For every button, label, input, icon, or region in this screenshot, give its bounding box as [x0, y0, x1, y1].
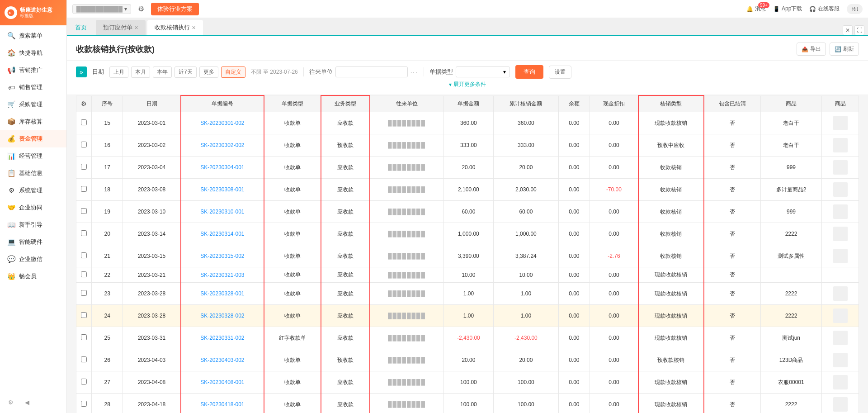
sidebar-item-purchase[interactable]: 🛒 采购管理	[0, 96, 66, 113]
expand-conditions-btn[interactable]: ▾ 展开更多条件	[449, 81, 486, 88]
row-bill-no[interactable]: SK-20230403-002	[181, 349, 264, 371]
row-checkbox[interactable]	[76, 179, 92, 201]
row-bill-type: 收款单	[264, 201, 321, 223]
settings-bottom-icon[interactable]: ⚙	[5, 396, 17, 408]
table-row[interactable]: 17 2023-03-04 SK-20230304-001 收款单 应收款 ██…	[76, 157, 859, 179]
sidebar-item-operation[interactable]: 📊 经营管理	[0, 147, 66, 165]
tab-payable[interactable]: 预订应付单 ✕	[96, 20, 146, 35]
row-balance: 0.00	[558, 157, 590, 179]
refresh-btn[interactable]: 🔄 刷新	[830, 43, 859, 56]
tab-payable-close[interactable]: ✕	[134, 25, 138, 31]
row-checkbox[interactable]	[76, 394, 92, 413]
table-row[interactable]: 27 2023-04-08 SK-20230408-001 收款单 应收款 ██…	[76, 371, 859, 394]
date-more[interactable]: 更多	[199, 66, 218, 78]
row-checkbox[interactable]	[76, 327, 92, 349]
user-avatar[interactable]: Rit	[847, 4, 863, 14]
table-container[interactable]: ⚙ 序号 日期 单据编号 单据类型 业务类型 往来单位 单据金额 累计核销金额 …	[67, 95, 868, 413]
row-bill-type: 收款单	[264, 371, 321, 394]
sidebar-item-corp[interactable]: 🤝 企业协同	[0, 199, 66, 216]
sidebar-item-search[interactable]: 🔍 搜索菜单	[0, 27, 66, 44]
notification-btn[interactable]: 🔔 消息 99+	[746, 5, 766, 13]
settings-icon[interactable]: ⚙	[135, 3, 147, 15]
th-settings[interactable]: ⚙	[76, 95, 92, 112]
table-row[interactable]: 20 2023-03-14 SK-20230314-001 收款单 应收款 ██…	[76, 223, 859, 245]
date-last7[interactable]: 近7天	[175, 66, 197, 78]
partner-input[interactable]	[335, 66, 408, 77]
sidebar-item-inventory[interactable]: 📦 库存核算	[0, 113, 66, 130]
sidebar-item-basic[interactable]: 📋 基础信息	[0, 165, 66, 182]
row-bill-no[interactable]: SK-20230331-002	[181, 327, 264, 349]
row-balance: 0.00	[558, 201, 590, 223]
sidebar-item-label: 资金管理	[19, 135, 42, 143]
table-row[interactable]: 26 2023-04-03 SK-20230403-002 收款单 预收款 ██…	[76, 349, 859, 371]
export-btn[interactable]: 📤 导出	[797, 43, 826, 56]
row-checkbox[interactable]	[76, 201, 92, 223]
row-checkbox[interactable]	[76, 134, 92, 157]
sidebar-item-member[interactable]: 👑 畅会员	[0, 268, 66, 285]
row-bill-no[interactable]: SK-20230418-001	[181, 394, 264, 413]
sidebar-item-hardware[interactable]: 💻 智能硬件	[0, 233, 66, 251]
tab-home[interactable]: 首页	[68, 20, 94, 35]
row-bill-no[interactable]: SK-20230328-002	[181, 305, 264, 327]
sidebar-item-system[interactable]: ⚙ 系统管理	[0, 182, 66, 199]
table-row[interactable]: 16 2023-03-02 SK-20230302-002 收款单 预收款 ██…	[76, 134, 859, 157]
bill-type-select[interactable]: ▾	[456, 66, 510, 77]
row-include-settled: 否	[704, 283, 761, 305]
table-row[interactable]: 28 2023-04-18 SK-20230418-001 收款单 应收款 ██…	[76, 394, 859, 413]
row-cancel-type: 收款核销	[638, 157, 704, 179]
tab-receipt-close[interactable]: ✕	[192, 25, 196, 31]
filter-expand-icon[interactable]: »	[76, 66, 87, 77]
row-checkbox[interactable]	[76, 283, 92, 305]
row-bill-no[interactable]: SK-20230302-002	[181, 134, 264, 157]
table-row[interactable]: 25 2023-03-31 SK-20230331-002 红字收款单 应收款 …	[76, 327, 859, 349]
row-bill-no[interactable]: SK-20230304-001	[181, 157, 264, 179]
sidebar-item-quick-nav[interactable]: 🏠 快捷导航	[0, 44, 66, 62]
row-date: 2023-03-28	[123, 283, 181, 305]
collapse-icon[interactable]: ◀	[21, 396, 33, 408]
row-checkbox[interactable]	[76, 349, 92, 371]
row-bill-no[interactable]: SK-20230314-001	[181, 223, 264, 245]
sidebar-item-marketing[interactable]: 📢 营销推广	[0, 62, 66, 79]
table-row[interactable]: 21 2023-03-15 SK-20230315-002 收款单 应收款 ██…	[76, 245, 859, 267]
table-row[interactable]: 15 2023-03-01 SK-20230301-002 收款单 应收款 ██…	[76, 112, 859, 134]
date-this-month[interactable]: 本月	[131, 66, 150, 78]
row-checkbox[interactable]	[76, 223, 92, 245]
filter-settings-btn[interactable]: 设置	[549, 66, 571, 79]
row-checkbox[interactable]	[76, 112, 92, 134]
tab-maximize-ctrl[interactable]: ⛶	[854, 25, 864, 35]
row-checkbox[interactable]	[76, 157, 92, 179]
sidebar-item-guide[interactable]: 📖 新手引导	[0, 216, 66, 233]
table-row[interactable]: 24 2023-03-28 SK-20230328-002 收款单 应收款 ██…	[76, 305, 859, 327]
row-bill-no[interactable]: SK-20230308-001	[181, 179, 264, 201]
date-this-year[interactable]: 本年	[153, 66, 172, 78]
row-bill-no[interactable]: SK-20230321-003	[181, 267, 264, 283]
row-total-amount: 100.00	[494, 371, 558, 394]
row-bill-no[interactable]: SK-20230315-002	[181, 245, 264, 267]
sidebar-item-sales[interactable]: 🏷 销售管理	[0, 79, 66, 96]
row-bill-no[interactable]: SK-20230408-001	[181, 371, 264, 394]
row-bill-no[interactable]: SK-20230328-001	[181, 283, 264, 305]
row-checkbox[interactable]	[76, 371, 92, 394]
online-service-btn[interactable]: 🎧 在线客服	[809, 5, 840, 13]
row-checkbox[interactable]	[76, 245, 92, 267]
app-download-btn[interactable]: 📱 App下载	[773, 5, 802, 13]
row-bill-no[interactable]: SK-20230310-001	[181, 201, 264, 223]
query-btn[interactable]: 查询	[515, 65, 543, 79]
row-bill-no[interactable]: SK-20230301-002	[181, 112, 264, 134]
row-checkbox[interactable]	[76, 305, 92, 327]
date-prev-month[interactable]: 上月	[109, 66, 128, 78]
sidebar-item-finance[interactable]: 💰 资金管理	[0, 130, 66, 147]
table-row[interactable]: 22 2023-03-21 SK-20230321-003 收款单 应收款 ██…	[76, 267, 859, 283]
table-row[interactable]: 18 2023-03-08 SK-20230308-001 收款单 应收款 ██…	[76, 179, 859, 201]
row-checkbox[interactable]	[76, 267, 92, 283]
sidebar-item-wechat[interactable]: 💬 企业微信	[0, 251, 66, 268]
tab-receipt[interactable]: 收款核销执行 ✕	[147, 20, 203, 35]
table-row[interactable]: 23 2023-03-28 SK-20230328-001 收款单 应收款 ██…	[76, 283, 859, 305]
workspace-selector[interactable]: ████████████ ▾	[72, 4, 131, 14]
date-custom[interactable]: 自定义	[221, 66, 245, 78]
table-row[interactable]: 19 2023-03-10 SK-20230310-001 收款单 应收款 ██…	[76, 201, 859, 223]
tab-close-ctrl[interactable]: ✕	[843, 25, 853, 35]
row-partner: ████████	[370, 371, 443, 394]
row-product2	[822, 245, 859, 267]
industry-btn[interactable]: 体验行业方案	[151, 3, 199, 15]
